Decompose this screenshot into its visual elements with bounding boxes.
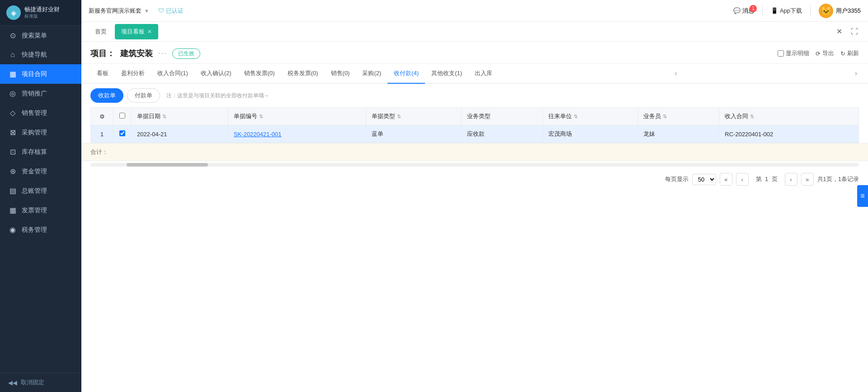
refresh-label: 刷新 — [847, 49, 859, 57]
sidebar-item-label: 项目合同 — [22, 70, 47, 78]
project-name: 建筑安装 — [120, 48, 153, 59]
page-first-button[interactable]: « — [720, 173, 732, 186]
refresh-button[interactable]: ↻ 刷新 — [840, 49, 859, 57]
tab-close-icon[interactable]: ✕ — [147, 29, 152, 35]
th-date[interactable]: 单据日期 ⇅ — [132, 108, 228, 125]
expand-window-button[interactable]: ⛶ — [848, 25, 861, 38]
sidebar-item-invoice-mgmt[interactable]: ▦ 发票管理 — [0, 201, 81, 220]
sidebar-logo: ◈ 畅捷通好业财 标准版 — [0, 0, 81, 26]
export-button[interactable]: ⟳ 导出 — [816, 49, 834, 57]
row-idx: 1 — [91, 125, 113, 143]
show-detail-input[interactable] — [778, 50, 784, 57]
sort-contract-icon: ⇅ — [750, 114, 754, 120]
show-detail-checkbox[interactable]: 显示明细 — [778, 49, 809, 57]
sub-nav-profit[interactable]: 盈利分析 — [115, 64, 151, 84]
sub-nav-prev-arrow[interactable]: ‹ — [673, 69, 679, 77]
scroll-bar-track[interactable] — [90, 163, 859, 167]
select-all-checkbox[interactable] — [119, 113, 125, 119]
page-next-button[interactable]: › — [785, 173, 797, 186]
th-salesman[interactable]: 业务员 ⇅ — [638, 108, 719, 125]
sub-nav-sales-invoice-label: 销售发票(0) — [244, 70, 275, 76]
row-type: 蓝单 — [366, 125, 461, 143]
sub-nav-sales-invoice[interactable]: 销售发票(0) — [238, 64, 281, 84]
account-name: 新服务官网演示账套 — [89, 7, 142, 15]
sidebar-item-quick-nav[interactable]: ⌂ 快捷导航 — [0, 45, 81, 64]
th-number-label: 单据编号 — [234, 112, 257, 120]
th-type[interactable]: 单据类型 ⇅ — [366, 108, 461, 125]
sidebar-item-search[interactable]: ⊙ 搜索菜单 — [0, 26, 81, 45]
th-check[interactable] — [113, 108, 132, 125]
row-checkbox[interactable] — [119, 130, 125, 136]
message-button[interactable]: 💬 消息 1 — [733, 7, 754, 15]
project-status-badge: 已生效 — [172, 48, 200, 59]
sub-nav-income-contract[interactable]: 收入合同(1) — [151, 64, 194, 84]
th-income-contract[interactable]: 收入合同 ⇅ — [719, 108, 859, 125]
user-menu[interactable]: 🐱 用户3355 — [819, 4, 861, 18]
tab-project-board[interactable]: 项目看板 ✕ — [115, 24, 158, 39]
sub-nav-sales-label: 销售(0) — [331, 70, 350, 76]
unpin-icon: ◀◀ — [8, 379, 17, 386]
sidebar-item-project-contract[interactable]: ▦ 项目合同 — [0, 64, 81, 84]
page-last-button[interactable]: » — [801, 173, 814, 186]
sub-nav-next-arrow[interactable]: › — [853, 69, 859, 77]
close-window-button[interactable]: ✕ — [833, 25, 845, 38]
payment-receipts-button[interactable]: 收款单 — [90, 88, 123, 103]
sidebar-item-label: 库存核算 — [22, 148, 47, 156]
row-date: 2022-04-21 — [132, 125, 228, 143]
unpin-label: 取消固定 — [21, 378, 44, 387]
sidebar-item-purchase-mgmt[interactable]: ⊠ 采购管理 — [0, 123, 81, 142]
user-label: 用户3355 — [836, 7, 861, 15]
sidebar-item-capital-mgmt[interactable]: ⊛ 资金管理 — [0, 162, 81, 181]
tab-home[interactable]: 首页 — [89, 24, 113, 39]
app-name: 畅捷通好业财 — [24, 6, 60, 14]
per-page-select[interactable]: 50 — [692, 174, 716, 185]
sub-nav-kanban-label: 看板 — [97, 70, 108, 76]
search-icon: ⊙ — [8, 31, 17, 40]
certified-label: 已认证 — [166, 7, 184, 15]
sub-nav-income-confirm[interactable]: 收入确认(2) — [194, 64, 238, 84]
unpin-button[interactable]: ◀◀ 取消固定 — [0, 373, 81, 392]
th-date-label: 单据日期 — [137, 112, 160, 120]
settings-icon: ⚙ — [99, 113, 105, 120]
show-detail-label: 显示明细 — [786, 49, 809, 57]
th-partner-label: 往来单位 — [548, 112, 572, 120]
scroll-bar-thumb[interactable] — [127, 163, 208, 167]
project-more-button[interactable]: ··· — [158, 49, 167, 57]
sub-nav-other-income[interactable]: 其他收支(1) — [425, 64, 468, 84]
sub-navigation: 看板 盈利分析 收入合同(1) 收入确认(2) 销售发票(0) 税务发票(0) … — [81, 64, 868, 84]
row-salesman: 龙妹 — [638, 125, 719, 143]
right-panel-toggle[interactable]: ≡ — [857, 185, 868, 207]
row-number-link[interactable]: SK-20220421-001 — [234, 131, 282, 138]
th-partner[interactable]: 往来单位 ⇅ — [542, 108, 637, 125]
table-row[interactable]: 1 2022-04-21 SK-20220421-001 蓝单 应收款 宏茂商场… — [91, 125, 859, 143]
topbar-right: 💬 消息 1 📱 App下载 🐱 用户3355 — [733, 4, 861, 18]
sub-nav-purchase[interactable]: 采购(2) — [356, 64, 387, 84]
sidebar-item-marketing[interactable]: ◎ 营销推广 — [0, 84, 81, 103]
row-number[interactable]: SK-20220421-001 — [228, 125, 366, 143]
sidebar-item-inventory[interactable]: ⊡ 库存核算 — [0, 142, 81, 162]
sidebar-item-general-ledger[interactable]: ▤ 总账管理 — [0, 181, 81, 201]
th-settings[interactable]: ⚙ — [91, 108, 113, 125]
page-prev-button[interactable]: ‹ — [736, 173, 749, 186]
home-icon: ⌂ — [8, 51, 17, 59]
scroll-bar-row — [81, 161, 868, 168]
sub-nav-tax-invoice[interactable]: 税务发票(0) — [281, 64, 325, 84]
account-switcher[interactable]: 新服务官网演示账套 ▼ — [89, 7, 149, 15]
ledger-icon: ▤ — [8, 186, 17, 195]
row-check[interactable] — [113, 125, 132, 143]
pagination: 每页显示 50 « ‹ 第 1 页 › » 共1页，1条记录 — [81, 168, 868, 190]
mobile-icon: 📱 — [771, 7, 778, 14]
th-number[interactable]: 单据编号 ⇅ — [228, 108, 366, 125]
sub-nav-tax-invoice-label: 税务发票(0) — [288, 70, 318, 76]
content-area: 项目： 建筑安装 ··· 已生效 显示明细 ⟳ 导出 ↻ 刷新 — [81, 42, 868, 392]
sub-nav-payment[interactable]: 收付款(4) — [387, 64, 425, 84]
sub-nav-kanban[interactable]: 看板 — [90, 64, 115, 84]
payment-payouts-button[interactable]: 付款单 — [127, 88, 160, 103]
sort-number-icon: ⇅ — [259, 114, 263, 120]
app-download-button[interactable]: 📱 App下载 — [771, 7, 802, 15]
sub-nav-in-out[interactable]: 出入库 — [468, 64, 499, 84]
sidebar-item-sales-mgmt[interactable]: ◇ 销售管理 — [0, 103, 81, 123]
sub-nav-sales[interactable]: 销售(0) — [325, 64, 356, 84]
sidebar-item-tax-mgmt[interactable]: ◉ 税务管理 — [0, 220, 81, 239]
message-badge: 1 — [750, 5, 757, 12]
